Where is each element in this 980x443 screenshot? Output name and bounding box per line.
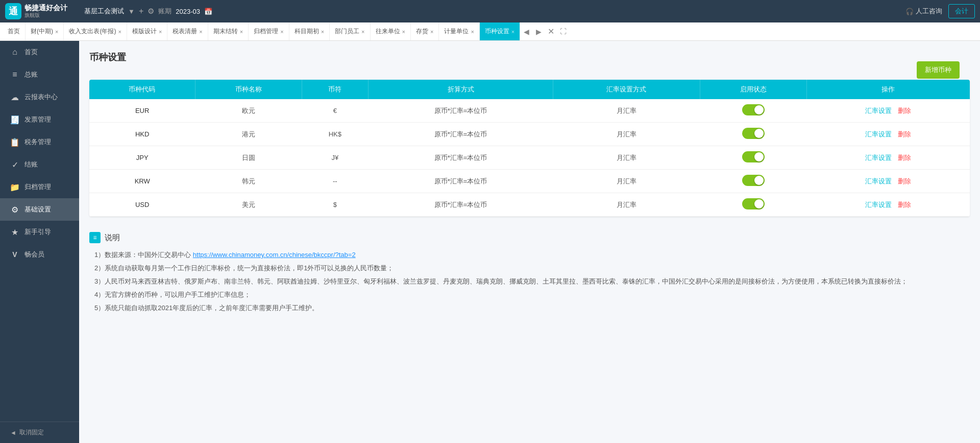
- sidebar-item-invoice[interactable]: 🧾 发票管理: [0, 108, 79, 131]
- tab-taxbook[interactable]: 税表清册 ×: [167, 22, 208, 41]
- tab-unit[interactable]: 计量单位 ×: [439, 22, 479, 41]
- tab-archive[interactable]: 归档管理 ×: [249, 22, 289, 41]
- add-icon[interactable]: +: [139, 7, 143, 16]
- delete-link-0[interactable]: 删除: [898, 107, 911, 114]
- sidebar-invoice-label: 发票管理: [24, 115, 51, 124]
- sidebar-item-guide[interactable]: ★ 新手引导: [0, 221, 79, 243]
- notice-item-3: 3）人民币对马来西亚林吉特、俄罗斯卢布、南非兰特、韩元、阿联酋迪拉姆、沙特里亚尔…: [94, 275, 970, 288]
- delete-link-2[interactable]: 删除: [898, 154, 911, 161]
- tab-subject-init-close[interactable]: ×: [321, 29, 324, 35]
- toggle-thumb-3: [754, 176, 764, 185]
- cell-status-4: [700, 193, 806, 217]
- tab-period-end-close[interactable]: ×: [240, 29, 243, 35]
- sidebar-item-checkout[interactable]: ✓ 结账: [0, 153, 79, 176]
- tab-dept-staff[interactable]: 部门员工 ×: [330, 22, 370, 41]
- rate-setting-link-0[interactable]: 汇率设置: [865, 107, 892, 114]
- cell-name-4: 美元: [195, 193, 302, 217]
- calendar-icon[interactable]: 📅: [204, 8, 212, 15]
- rate-setting-link-3[interactable]: 汇率设置: [865, 177, 892, 185]
- rate-setting-link-1[interactable]: 汇率设置: [865, 130, 892, 138]
- toggle-enabled-3[interactable]: [742, 175, 765, 186]
- toggle-enabled-2[interactable]: [742, 151, 765, 162]
- tab-contacts-close[interactable]: ×: [402, 29, 405, 35]
- tab-subject-init[interactable]: 科目期初 ×: [289, 22, 330, 41]
- new-currency-button[interactable]: 新增币种: [917, 61, 960, 79]
- toggle-enabled-1[interactable]: [742, 128, 765, 139]
- tab-inventory-close[interactable]: ×: [430, 29, 433, 35]
- col-header-name: 币种名称: [195, 80, 302, 99]
- cell-name-3: 韩元: [195, 170, 302, 193]
- sidebar-item-reports[interactable]: ☁ 云报表中心: [0, 86, 79, 108]
- archive-icon: 📁: [10, 182, 19, 192]
- sidebar-pin-toggle[interactable]: ◄ 取消固定: [0, 422, 79, 443]
- tab-taxbook-label: 税表清册: [173, 27, 197, 36]
- tab-currency-close[interactable]: ×: [511, 29, 514, 35]
- tab-finance[interactable]: 财(中期) ×: [26, 22, 64, 41]
- currency-table: 币种代码 币种名称 币符 折算方式 汇率设置方式 启用状态 操作 EUR 欧元 …: [89, 80, 970, 217]
- cell-conversion-2: 原币*汇率=本位币: [368, 146, 553, 170]
- cell-code-0: EUR: [89, 99, 195, 123]
- cell-name-0: 欧元: [195, 99, 302, 123]
- tab-home[interactable]: 首页: [3, 22, 26, 41]
- help-label: 人工咨询: [916, 7, 942, 16]
- notice-content: 1）数据来源：中国外汇交易中心 https://www.chinamoney.c…: [89, 248, 970, 315]
- tab-income-report-close[interactable]: ×: [118, 29, 121, 35]
- top-right: 🎧 人工咨询 会计: [905, 4, 975, 18]
- sidebar-item-settings[interactable]: ⚙ 基础设置: [0, 198, 79, 221]
- cell-actions-4: 汇率设置 删除: [806, 193, 970, 217]
- tab-archive-close[interactable]: ×: [280, 29, 283, 35]
- tab-inventory[interactable]: 存货 ×: [411, 22, 439, 41]
- chinamoney-link[interactable]: https://www.chinamoney.com.cn/chinese/bk…: [193, 251, 356, 259]
- sidebar-item-member[interactable]: V 畅会员: [0, 243, 79, 266]
- rate-setting-link-2[interactable]: 汇率设置: [865, 154, 892, 161]
- tab-prev-button[interactable]: ◀: [520, 22, 532, 41]
- member-icon: V: [10, 250, 19, 259]
- delete-link-1[interactable]: 删除: [898, 130, 911, 138]
- tab-template-close[interactable]: ×: [159, 29, 162, 35]
- tab-income-report[interactable]: 收入支出表(年报) ×: [64, 22, 127, 41]
- tab-close-all-button[interactable]: ✕: [545, 22, 557, 41]
- account-button[interactable]: 会计: [948, 4, 975, 18]
- org-dropdown[interactable]: ▼: [128, 8, 135, 15]
- tab-taxbook-close[interactable]: ×: [199, 29, 202, 35]
- delete-link-4[interactable]: 删除: [898, 201, 911, 208]
- toggle-thumb-0: [754, 105, 764, 114]
- toggle-enabled-0[interactable]: [742, 104, 765, 115]
- pin-left-icon: ◄: [10, 429, 16, 436]
- tab-template[interactable]: 模版设计 ×: [127, 22, 167, 41]
- cloud-icon: ☁: [10, 92, 19, 102]
- rate-setting-link-4[interactable]: 汇率设置: [865, 201, 892, 208]
- tab-currency[interactable]: 币种设置 ×: [480, 22, 520, 41]
- toggle-enabled-4[interactable]: [742, 198, 765, 209]
- settings-icon[interactable]: ⚙: [148, 7, 154, 16]
- tab-finance-close[interactable]: ×: [55, 29, 58, 35]
- sidebar-reports-label: 云报表中心: [24, 92, 58, 102]
- tab-unit-close[interactable]: ×: [471, 29, 474, 35]
- tab-next-button[interactable]: ▶: [532, 22, 545, 41]
- page-title: 币种设置: [89, 51, 126, 63]
- sidebar-item-archive[interactable]: 📁 归档管理: [0, 176, 79, 198]
- cell-conversion-1: 原币*汇率=本位币: [368, 123, 553, 146]
- toggle-thumb-1: [754, 129, 764, 138]
- content-header: 币种设置 新增币种: [89, 51, 970, 72]
- toggle-thumb-4: [754, 199, 764, 208]
- sidebar-archive-label: 归档管理: [24, 182, 51, 192]
- tab-dept-staff-close[interactable]: ×: [361, 29, 364, 35]
- sidebar-item-ledger[interactable]: ≡ 总账: [0, 63, 79, 86]
- help-button[interactable]: 🎧 人工咨询: [905, 7, 942, 16]
- sidebar-item-home[interactable]: ⌂ 首页: [0, 41, 79, 63]
- sidebar-settings-label: 基础设置: [24, 205, 51, 214]
- col-header-code: 币种代码: [89, 80, 195, 99]
- sidebar-item-tax[interactable]: 📋 税务管理: [0, 131, 79, 153]
- delete-link-3[interactable]: 删除: [898, 177, 911, 185]
- notice-icon: ≡: [89, 232, 101, 243]
- cell-actions-1: 汇率设置 删除: [806, 123, 970, 146]
- tab-contacts-label: 往来单位: [376, 27, 400, 36]
- tab-contacts[interactable]: 往来单位 ×: [371, 22, 411, 41]
- tab-period-end[interactable]: 期末结转 ×: [208, 22, 249, 41]
- col-header-conversion: 折算方式: [368, 80, 553, 99]
- tab-archive-label: 归档管理: [254, 27, 278, 36]
- org-name: 基层工会测试: [84, 7, 124, 16]
- period-value: 2023-03: [176, 8, 200, 15]
- tab-expand-button[interactable]: ⛶: [557, 22, 569, 41]
